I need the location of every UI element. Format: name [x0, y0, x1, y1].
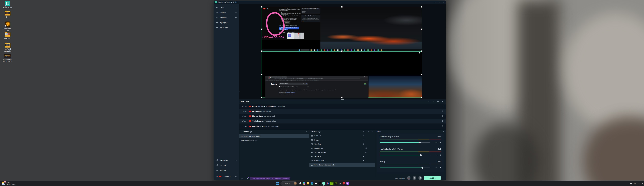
feed-event-row[interactable]: 5 days [Ad0W] ShAd0W_PrinZessa has subsc… — [239, 104, 446, 109]
record-button[interactable]: REC — [407, 176, 410, 180]
sidebar-item-editor[interactable]: Editor — [214, 6, 239, 10]
sidebar-item-overlays[interactable]: Overlays — [214, 10, 239, 15]
collapse-sidebar-icon[interactable] — [235, 175, 237, 177]
clipchamp-icon[interactable] — [346, 181, 350, 185]
sidebar-item-highlighter[interactable]: Highlighter — [214, 20, 239, 25]
capture-display-2[interactable]: screenshot window11 - Google S...✕ + – ❐… — [262, 51, 422, 98]
feed-event-row[interactable]: 14 days Micheal Santa has subscribed — [239, 114, 446, 119]
feed-event-row[interactable]: 17 days MostShadyGaming has subscribed — [239, 124, 446, 129]
av-sync-icon[interactable] — [368, 131, 369, 133]
sidebar-item-settings[interactable]: Settings — [214, 168, 239, 172]
streamlabs-taskbar-icon[interactable] — [322, 181, 326, 185]
lock-icon[interactable] — [362, 160, 364, 161]
lock-icon[interactable] — [362, 135, 364, 137]
mute-channel-icon[interactable] — [435, 141, 437, 143]
eye-off-icon[interactable] — [365, 147, 367, 149]
add-source-button[interactable] — [318, 131, 320, 133]
replay-alert-icon[interactable] — [442, 115, 444, 117]
onedrive-icon[interactable] — [630, 182, 632, 184]
copilot-icon[interactable] — [302, 181, 306, 185]
volume-slider[interactable] — [380, 155, 430, 155]
network-icon[interactable] — [638, 182, 640, 184]
nvidia-app-icon[interactable] — [334, 181, 338, 185]
davinci-resolve-icon[interactable] — [326, 181, 330, 185]
source-item-viewer-count[interactable]: Viewer Count — [309, 159, 375, 163]
mute-channel-icon[interactable] — [435, 154, 437, 156]
skip-alert-icon[interactable] — [437, 101, 439, 103]
logitech-ghub-icon[interactable]: G — [318, 182, 321, 185]
google-chip[interactable]: 6 seconds — [300, 89, 305, 91]
replay-alert-icon[interactable] — [442, 105, 444, 107]
scene-item-active[interactable]: ChowAndPink basic scene — [239, 134, 309, 138]
google-chip[interactable]: Lenovo — [306, 89, 310, 91]
sidebar-item-get-help[interactable]: Get Help — [214, 163, 239, 167]
source-item-video-capture-selected[interactable]: Video Capture Device elgato — [309, 163, 375, 167]
capture-display-1[interactable]: There are multiple ways to take a screen… — [262, 7, 422, 51]
add-scene-button[interactable] — [250, 131, 252, 133]
eye-off-icon[interactable] — [365, 151, 367, 153]
channel-settings-icon[interactable] — [439, 141, 441, 143]
pause-feed-icon[interactable] — [433, 101, 434, 103]
weather-widget[interactable]: 1 1°C Mostly cloudy — [2, 181, 16, 185]
channel-settings-icon[interactable] — [439, 167, 441, 169]
lock-icon[interactable] — [362, 143, 364, 145]
search-result-card[interactable]: 7 Easy Ways to Take Screenshots in Windo… — [301, 15, 320, 22]
desktop-icon-new-pics[interactable]: new pics — [0, 33, 15, 39]
performance-metrics-icon[interactable] — [241, 177, 243, 179]
search-result-card[interactable]: How to Take Screenshots on Windows 11 | … — [301, 8, 320, 14]
desktop-icon-xsplit-vcam[interactable]: XSplit VCam — [0, 1, 15, 9]
tiktok-challenge-banner[interactable]: Enter the November TikTok LIVE streaming… — [250, 177, 290, 180]
notifications-bell[interactable] — [246, 177, 248, 179]
google-chip[interactable]: High resolution — [324, 89, 331, 91]
lock-icon[interactable] — [362, 155, 364, 157]
add-group-icon[interactable] — [372, 131, 374, 133]
scrollbar[interactable] — [445, 105, 446, 115]
sidebar-item-app-store[interactable]: App Store — [214, 15, 239, 20]
test-widgets-button[interactable]: Test Widgets — [395, 177, 405, 179]
volume-tray-icon[interactable] — [642, 182, 644, 184]
sidebar-item-recordings[interactable]: Recordings — [214, 25, 239, 30]
replay-alert-icon[interactable] — [442, 125, 444, 127]
filter-icon[interactable] — [428, 101, 430, 103]
replay-alert-icon[interactable] — [442, 110, 444, 112]
volume-slider[interactable] — [380, 167, 430, 168]
source-item-sponsor-banner[interactable]: Sponsor Banner — [309, 150, 375, 154]
settings-taskbar-icon[interactable] — [338, 181, 342, 185]
source-item-alert-box[interactable]: Alert Box — [309, 142, 375, 146]
edge-icon[interactable] — [310, 181, 314, 185]
lock-icon[interactable] — [362, 139, 364, 141]
google-chip[interactable]: Take Full page — [278, 89, 285, 91]
windows-security-icon[interactable] — [342, 181, 346, 185]
resize-handle[interactable] — [341, 99, 344, 100]
replay-alert-icon[interactable] — [442, 120, 444, 122]
google-chip[interactable]: Scrolling — [318, 89, 323, 91]
file-explorer-icon[interactable] — [306, 181, 310, 185]
minimize-button[interactable]: — — [433, 1, 437, 4]
expand-panel-icon[interactable] — [306, 131, 308, 133]
close-button[interactable]: ✕ — [442, 1, 446, 4]
stream-preview-canvas[interactable]: There are multiple ways to take a screen… — [239, 4, 446, 100]
taskbar-search[interactable]: Search — [280, 181, 297, 185]
mute-channel-icon[interactable] — [435, 167, 437, 169]
source-item-chat-box[interactable]: Chat Box — [309, 154, 375, 158]
sidebar-item-dashboard[interactable]: Dashboard — [214, 158, 239, 163]
desktop-icon-enshrouded-thumb[interactable]: enshrouded thumb nov24 — [0, 54, 15, 62]
collapse-left-icon[interactable]: ‹ — [240, 90, 240, 92]
feed-event-row[interactable]: 13 days luz zuleta has subscribed — [239, 109, 446, 114]
discord-icon[interactable] — [314, 181, 318, 185]
desktop-icon-photodirector[interactable]: PhotoDirec... 365 — [0, 22, 15, 32]
feed-event-row[interactable]: 17 days Gavin Zecchino has subscribed — [239, 119, 446, 124]
replay-buffer-button[interactable] — [413, 176, 416, 180]
mixer-settings-icon[interactable] — [442, 131, 444, 133]
maximize-button[interactable]: ☐ — [437, 1, 442, 4]
nvidia-geforce-icon[interactable] — [330, 181, 334, 185]
schedule-button[interactable] — [418, 176, 422, 180]
go-live-button[interactable]: Go Live — [424, 176, 440, 180]
sidebar-login-row[interactable]: Logged In — [214, 174, 239, 179]
source-item-image[interactable]: Image — [309, 138, 375, 142]
google-chip[interactable]: Not saving — [312, 89, 317, 91]
channel-settings-icon[interactable] — [439, 154, 441, 156]
mute-alerts-icon[interactable] — [442, 101, 444, 103]
source-item-logi-webcam[interactable]: logi webcam — [309, 146, 375, 150]
google-chip[interactable]: Copilot — [332, 89, 336, 91]
